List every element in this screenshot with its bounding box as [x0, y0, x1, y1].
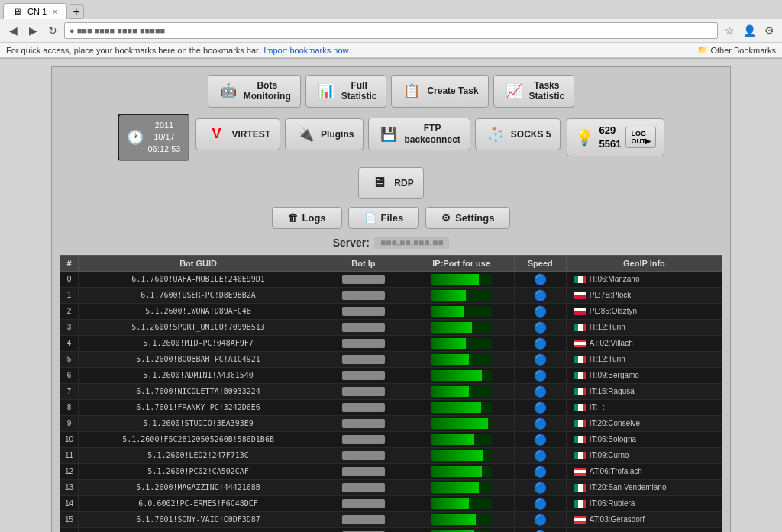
cell-num: 0 [60, 271, 79, 287]
tab-close-button[interactable]: × [53, 8, 57, 16]
col-header-ipport: IP:Port for use [409, 255, 514, 271]
table-row[interactable]: 10 5.1.2600!F5C28120505260B!586D1B6B ■■■… [60, 431, 722, 447]
cell-guid: 6.1.7601!FRANKY-PC!3242D6E6 [79, 399, 318, 415]
cell-botip: ■■■.■■■.■■ [318, 351, 409, 367]
cell-geoip: IT:05:Rubiera [566, 495, 722, 511]
table-row[interactable]: 16 5.1.2600!WSWMHT03!D44797CE ■■■.■■■.■■… [60, 527, 722, 532]
clock-widget: 🕐 2011 10/17 06:12:53 [118, 114, 190, 161]
speed-icon: 🔵 [534, 305, 547, 318]
table-row[interactable]: 6 5.1.2600!ADMINI!A4361540 ■■■.■■■.■■ 🔵 … [60, 367, 722, 383]
favicon: 🖥 [13, 7, 21, 16]
cell-ipport [409, 495, 514, 511]
clock-year: 2011 [148, 120, 181, 131]
cell-geoip: AT:06:Trofaiach [566, 463, 722, 479]
settings-button[interactable]: ⚙ Settings [425, 207, 510, 229]
cell-speed: 🔵 [514, 479, 566, 495]
table-row[interactable]: 5 5.1.2600!BOOBBAH-PC!A1C4921 ■■■.■■■.■■… [60, 351, 722, 367]
table-row[interactable]: 12 5.1.2600!PC02!CA502CAF ■■■.■■■.■■ 🔵 A… [60, 463, 722, 479]
rdp-button[interactable]: 🖥 RDP [358, 167, 423, 199]
full-statistic-button[interactable]: 📊 Full Statistic [305, 75, 387, 108]
other-bookmarks[interactable]: 📁 Other Bookmarks [697, 45, 776, 55]
new-tab-button[interactable]: + [69, 4, 84, 19]
cell-guid: 5.1.2600!ADMINI!A4361540 [79, 367, 318, 383]
tasks-statistic-button[interactable]: 📈 Tasks Statistic [493, 75, 575, 108]
bot-table: # Bot GUID Bot Ip IP:Port for use Speed … [60, 255, 722, 532]
geo-text: IT:09:Bergamo [590, 371, 639, 379]
cell-botip: ■■■.■■■.■■ [318, 527, 409, 532]
table-row[interactable]: 3 5.1.2600!SPORT_UNICO!7099B513 ■■■.■■■.… [60, 319, 722, 335]
flag-icon [574, 276, 586, 283]
cell-ipport [409, 527, 514, 532]
server-label: Server: [333, 237, 370, 249]
bookmark-star[interactable]: ☆ [721, 22, 738, 39]
user-icon[interactable]: 👤 [741, 22, 758, 39]
table-row[interactable]: 0 6.1.7600!UAFA-MOBILE!240E99D1 ■■■.■■■.… [60, 271, 722, 287]
cell-geoip: AT:03:Gerasdorf [566, 511, 722, 527]
speed-icon: 🔵 [534, 434, 547, 446]
back-button[interactable]: ◀ [5, 22, 21, 39]
bots-monitoring-label2: Monitoring [244, 91, 291, 102]
cell-geoip: AT:04:Sankt Marien [566, 527, 722, 532]
socks5-button[interactable]: 🧦 SOCKS 5 [475, 118, 561, 150]
flag-icon [574, 452, 586, 459]
cell-num: 2 [60, 303, 79, 319]
table-row[interactable]: 14 6.0.6002!PC-ERMES!F6C48DCF ■■■.■■■.■■… [60, 495, 722, 511]
table-row[interactable]: 9 5.1.2600!STUDIO!3EA393E9 ■■■.■■■.■■ 🔵 … [60, 415, 722, 431]
cell-geoip: IT:12:Turin [566, 319, 722, 335]
table-row[interactable]: 15 6.1.7601!SONY-VAIO!C0DF3D87 ■■■.■■■.■… [60, 511, 722, 527]
cell-geoip: PL:7B:Plock [566, 287, 722, 303]
import-bookmarks-link[interactable]: Import bookmarks now... [263, 46, 355, 55]
cell-speed: 🔵 [514, 399, 566, 415]
table-row[interactable]: 11 5.1.2600!LEO2!247F713C ■■■.■■■.■■ 🔵 I… [60, 447, 722, 463]
col-header-botip: Bot Ip [318, 255, 409, 271]
table-row[interactable]: 13 5.1.2600!MAGAZZINO!4442168B ■■■.■■■.■… [60, 479, 722, 495]
cell-ipport [409, 383, 514, 399]
socks5-label: SOCKS 5 [511, 129, 551, 140]
forward-button[interactable]: ▶ [24, 22, 41, 39]
active-tab[interactable]: 🖥 CN 1 × [3, 3, 67, 19]
cell-botip: ■■■.■■■.■■ [318, 303, 409, 319]
refresh-button[interactable]: ↻ [44, 22, 61, 39]
cell-ipport [409, 415, 514, 431]
logout-button[interactable]: LOG OUT▶ [625, 127, 656, 148]
table-row[interactable]: 4 5.1.2600!MID-PC!048AF9F7 ■■■.■■■.■■ 🔵 … [60, 335, 722, 351]
cell-guid: 6.1.7600!USER-PC!D8E9BB2A [79, 287, 318, 303]
cell-speed: 🔵 [514, 447, 566, 463]
table-row[interactable]: 2 5.1.2600!IWONA!D89AFC4B ■■■.■■■.■■ 🔵 P… [60, 303, 722, 319]
geo-text: AT:03:Gerasdorf [590, 515, 645, 524]
speed-icon: 🔵 [534, 273, 547, 285]
geo-text: IT:--:-- [590, 403, 610, 411]
browser-chrome: 🖥 CN 1 × + ◀ ▶ ↻ ☆ 👤 ⚙ For quick access,… [0, 0, 782, 59]
table-row[interactable]: 1 6.1.7600!USER-PC!D8E9BB2A ■■■.■■■.■■ 🔵… [60, 287, 722, 303]
ip-blurred: ■■■.■■■.■■ [342, 451, 386, 460]
bots-monitoring-button[interactable]: 🤖 Bots Monitoring [208, 75, 301, 108]
ftp-label: FTP [404, 123, 460, 134]
page-content: 🤖 Bots Monitoring 📊 Full Statistic 📋 Cre… [0, 59, 782, 532]
plugins-button[interactable]: 🔌 Plugins [285, 118, 364, 150]
files-button[interactable]: 📄 Files [348, 207, 420, 229]
score-numbers: 629 5561 [599, 124, 621, 151]
main-panel: 🤖 Bots Monitoring 📊 Full Statistic 📋 Cre… [51, 66, 731, 532]
score-value1: 629 [599, 124, 621, 137]
create-task-button[interactable]: 📋 Create Task [391, 75, 488, 108]
settings-icon[interactable]: ⚙ [761, 22, 777, 39]
ip-blurred: ■■■.■■■.■■ [342, 387, 386, 396]
ftp-backconnect-button[interactable]: 💾 FTP backconnect [368, 118, 470, 150]
cell-speed: 🔵 [514, 319, 566, 335]
table-row[interactable]: 8 6.1.7601!FRANKY-PC!3242D6E6 ■■■.■■■.■■… [60, 399, 722, 415]
cell-botip: ■■■.■■■.■■ [318, 399, 409, 415]
cell-num: 7 [60, 383, 79, 399]
speed-icon: 🔵 [534, 401, 547, 414]
cell-guid: 6.1.7600!UAFA-MOBILE!240E99D1 [79, 271, 318, 287]
score-value2: 5561 [599, 137, 621, 151]
address-bar[interactable] [64, 22, 718, 39]
cell-speed: 🔵 [514, 383, 566, 399]
cell-ipport [409, 447, 514, 463]
geo-text: AT:02:Villach [590, 339, 633, 347]
virtest-button[interactable]: V VIRTEST [196, 118, 280, 150]
logs-button[interactable]: 🗑 Logs [272, 207, 342, 229]
table-row[interactable]: 7 6.1.7600!NICOLETTA!B0933224 ■■■.■■■.■■… [60, 383, 722, 399]
cell-botip: ■■■.■■■.■■ [318, 319, 409, 335]
cell-guid: 5.1.2600!BOOBBAH-PC!A1C4921 [79, 351, 318, 367]
cell-num: 6 [60, 367, 79, 383]
